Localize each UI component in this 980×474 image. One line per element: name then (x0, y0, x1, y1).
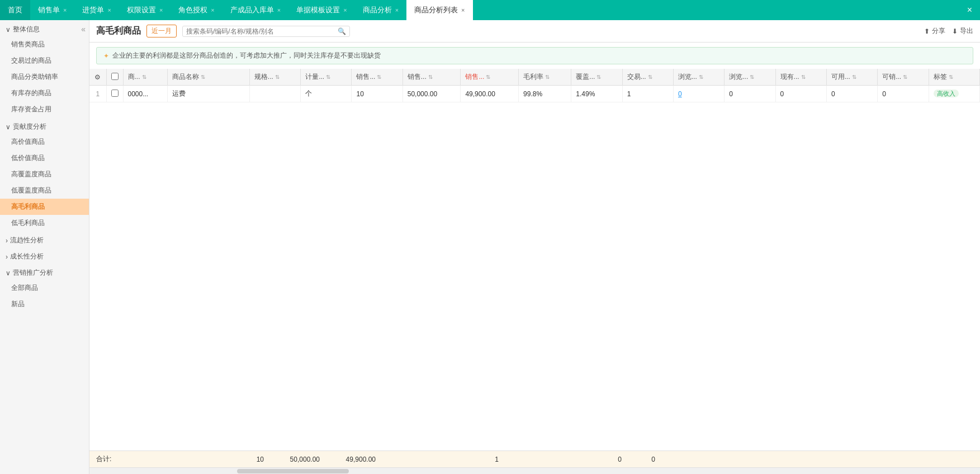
total-filler1 (380, 456, 425, 463)
search-input[interactable] (186, 27, 338, 35)
col-sales-cost-label: 销售... (465, 72, 484, 82)
col-checkbox (106, 69, 123, 86)
col-view2[interactable]: 浏览... ⇅ (725, 69, 775, 86)
sidebar-item-all-goods[interactable]: 全部商品 (0, 280, 89, 296)
total-filler4 (548, 456, 593, 463)
nav-product-analysis-list[interactable]: 商品分析列表 × (406, 0, 472, 20)
close-window-button[interactable]: × (959, 0, 980, 20)
col-code[interactable]: 商... ⇅ (123, 69, 167, 86)
top-navigation: 首页 销售单 × 进货单 × 权限设置 × 角色授权 × 产成品入库单 × 单据… (0, 0, 980, 20)
share-icon: ⬆ (924, 27, 930, 35)
row-name: 运费 (167, 86, 249, 102)
row-gross-margin: 99.8% (519, 86, 571, 102)
sidebar-group-contribution[interactable]: ∨ 贡献度分析 (0, 118, 89, 134)
sidebar-group-trend[interactable]: › 流趋性分析 (0, 231, 89, 247)
sidebar-item-high-margin[interactable]: 高毛利商品 (0, 199, 89, 215)
row-view2: 0 (725, 86, 775, 102)
sidebar: « ∨ 整体信息 销售类商品 交易过的商品 商品分类助销率 有库存的商品 库存资… (0, 20, 89, 474)
row-sales-qty: 10 (352, 86, 403, 102)
total-sales-amt: 50,000.00 (268, 456, 324, 463)
nav-role-auth[interactable]: 角色授权 × (171, 0, 222, 20)
col-coverage[interactable]: 覆盖... ⇅ (571, 69, 622, 86)
col-sales-amt[interactable]: 销售... ⇅ (403, 69, 461, 86)
nav-finished-goods[interactable]: 产成品入库单 × (222, 0, 288, 20)
sidebar-item-category-assist[interactable]: 商品分类助销率 (0, 69, 89, 85)
sidebar-collapse-button[interactable]: « (81, 25, 86, 34)
nav-product-analysis[interactable]: 商品分析 × (355, 0, 406, 20)
col-transaction[interactable]: 交易... ⇅ (622, 69, 673, 86)
sidebar-group-overall[interactable]: ∨ 整体信息 (0, 20, 89, 36)
col-unit[interactable]: 计量... ⇅ (301, 69, 352, 86)
sidebar-item-sales-goods[interactable]: 销售类商品 (0, 36, 89, 53)
total-label: 合计: (89, 454, 235, 464)
sidebar-item-low-coverage[interactable]: 低覆盖度商品 (0, 182, 89, 199)
settings-icon[interactable]: ⚙ (94, 73, 101, 81)
row-checkbox[interactable] (106, 86, 123, 102)
sidebar-item-new-goods[interactable]: 新品 (0, 296, 89, 312)
filter-last-month-button[interactable]: 近一月 (146, 25, 177, 37)
header-actions: ⬆ 分享 ⬇ 导出 (924, 26, 973, 36)
nav-sales-order[interactable]: 销售单 × (30, 0, 74, 20)
export-button[interactable]: ⬇ 导出 (952, 26, 973, 36)
col-gross-margin[interactable]: 毛利率 ⇅ (519, 69, 571, 86)
close-sales-order[interactable]: × (63, 7, 67, 13)
col-tag[interactable]: 标签 ⇅ (929, 69, 980, 86)
sidebar-item-stock-capital[interactable]: 库存资金占用 (0, 101, 89, 118)
col-view1[interactable]: 浏览... ⇅ (673, 69, 724, 86)
close-product-analysis-list[interactable]: × (461, 7, 465, 13)
sidebar-item-high-coverage[interactable]: 高覆盖度商品 (0, 166, 89, 182)
total-sales-qty: 10 (235, 456, 268, 463)
sidebar-item-traded-goods[interactable]: 交易过的商品 (0, 53, 89, 69)
info-banner: ✦ 企业的主要的利润都是这部分商品创造的，可考虑加大推广，同时关注库存是不要出现… (96, 47, 973, 64)
main-layout: « ∨ 整体信息 销售类商品 交易过的商品 商品分类助销率 有库存的商品 库存资… (0, 20, 980, 474)
close-permission[interactable]: × (159, 7, 163, 13)
col-settings[interactable]: ⚙ (89, 69, 106, 86)
info-icon: ✦ (103, 52, 109, 60)
horizontal-scrollbar[interactable] (89, 467, 980, 474)
sidebar-item-high-value[interactable]: 高价值商品 (0, 134, 89, 150)
total-filler2 (425, 456, 470, 463)
sidebar-group-growth[interactable]: › 成长性分析 (0, 247, 89, 264)
select-all-checkbox[interactable] (111, 73, 119, 80)
sidebar-group-marketing[interactable]: ∨ 营销推广分析 (0, 264, 89, 280)
page-title: 高毛利商品 (96, 25, 141, 37)
close-product-analysis[interactable]: × (395, 7, 399, 13)
sidebar-item-low-value[interactable]: 低价值商品 (0, 150, 89, 166)
row-tag: 高收入 (929, 86, 980, 102)
col-spec[interactable]: 规格... ⇅ (249, 69, 300, 86)
nav-permission-settings[interactable]: 权限设置 × (119, 0, 171, 20)
row-transaction: 1 (622, 86, 673, 102)
row-unit: 个 (301, 86, 352, 102)
total-transaction: 1 (470, 456, 503, 463)
row-spec (249, 86, 300, 102)
col-sellable-stock[interactable]: 可销... ⇅ (878, 69, 929, 86)
nav-purchase-order[interactable]: 进货单 × (74, 0, 119, 20)
col-sales-qty[interactable]: 销售... ⇅ (352, 69, 403, 86)
close-purchase-order[interactable]: × (107, 7, 111, 13)
col-sales-cost[interactable]: 销售... ⇅ (461, 69, 519, 86)
nav-template-settings[interactable]: 单据模板设置 × (288, 0, 354, 20)
col-current-stock[interactable]: 现有... ⇅ (775, 69, 826, 86)
search-icon[interactable]: 🔍 (338, 27, 346, 35)
sidebar-item-stock-goods[interactable]: 有库存的商品 (0, 85, 89, 101)
col-name[interactable]: 商品名称 ⇅ (167, 69, 249, 86)
sidebar-item-low-margin[interactable]: 低毛利商品 (0, 215, 89, 231)
row-current-stock: 0 (775, 86, 826, 102)
scroll-thumb[interactable] (237, 469, 349, 473)
col-available-stock[interactable]: 可用... ⇅ (826, 69, 877, 86)
close-finished-goods[interactable]: × (277, 7, 281, 13)
share-button[interactable]: ⬆ 分享 (924, 26, 945, 36)
search-box[interactable]: 🔍 (182, 26, 350, 37)
total-filler3 (503, 456, 548, 463)
footer-total: 合计: 10 50,000.00 49,900.00 1 0 0 (89, 450, 980, 467)
row-view1[interactable]: 0 (673, 86, 724, 102)
data-table: ⚙ 商... ⇅ 商品名称 (89, 69, 980, 102)
row-num: 1 (89, 86, 106, 102)
table-container[interactable]: ⚙ 商... ⇅ 商品名称 (89, 69, 980, 450)
row-available-stock: 0 (826, 86, 877, 102)
close-role-auth[interactable]: × (211, 7, 214, 13)
total-current-stock: 0 (593, 456, 626, 463)
nav-home[interactable]: 首页 (0, 0, 30, 20)
close-template[interactable]: × (343, 7, 347, 13)
table-row: 1 0000... 运费 个 10 50,000.00 49,900.00 99… (89, 86, 980, 102)
